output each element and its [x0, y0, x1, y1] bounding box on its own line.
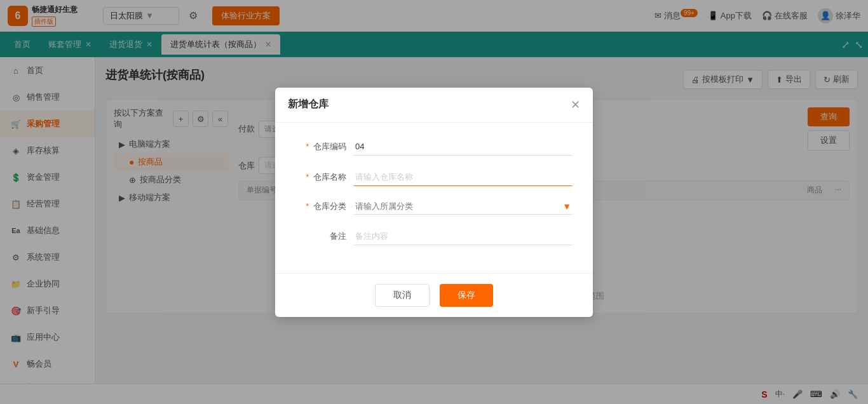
- modal-header: 新增仓库 ✕: [275, 88, 593, 123]
- warehouse-name-input[interactable]: [354, 168, 573, 186]
- warehouse-remark-field: 备注: [295, 227, 573, 245]
- save-button[interactable]: 保存: [440, 284, 493, 307]
- modal-overlay: 新增仓库 ✕ * 仓库编码 * 仓库名称: [0, 0, 868, 404]
- warehouse-code-input[interactable]: [354, 138, 573, 156]
- category-input[interactable]: [355, 201, 562, 211]
- add-warehouse-modal: 新增仓库 ✕ * 仓库编码 * 仓库名称: [275, 88, 593, 317]
- warehouse-remark-input[interactable]: [354, 227, 573, 245]
- modal-title: 新增仓库: [288, 98, 329, 111]
- warehouse-category-field: * 仓库分类 ▼: [295, 199, 573, 215]
- close-icon[interactable]: ✕: [571, 98, 580, 112]
- warehouse-code-field: * 仓库编码: [295, 138, 573, 156]
- warehouse-category-select[interactable]: ▼: [354, 199, 573, 215]
- cancel-button[interactable]: 取消: [375, 284, 430, 307]
- modal-body: * 仓库编码 * 仓库名称 * 仓库分类: [275, 123, 593, 273]
- modal-footer: 取消 保存: [275, 273, 593, 317]
- chevron-down-icon: ▼: [562, 201, 571, 212]
- warehouse-name-field: * 仓库名称: [295, 168, 573, 186]
